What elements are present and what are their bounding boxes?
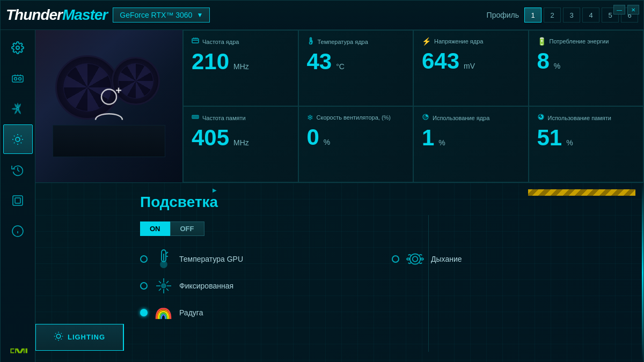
svg-line-45 — [55, 333, 56, 334]
lighting-content: ▶ Подсветка ON OFF — [124, 183, 643, 362]
stat-title-core-temp: Температура ядра — [307, 37, 405, 46]
minimize-button[interactable]: — — [613, 5, 625, 14]
main-content: Частота ядра 210 MHz — [35, 30, 643, 362]
svg-line-64 — [159, 289, 161, 291]
sidebar-item-history[interactable] — [3, 155, 33, 184]
profile-btn-2[interactable]: 2 — [544, 8, 561, 23]
svg-point-2 — [14, 77, 17, 80]
stat-card-power-usage: 🔋 Потребление энергии 8 % — [529, 30, 644, 106]
svg-line-13 — [14, 135, 14, 136]
svg-point-0 — [16, 46, 19, 49]
stat-card-mem-clock: Частота памяти 405 MHz — [183, 106, 298, 182]
profile-btn-3[interactable]: 3 — [563, 8, 580, 23]
svg-line-16 — [21, 135, 21, 136]
nvidia-logo — [9, 345, 27, 357]
stat-value-core-voltage: 643 mV — [422, 50, 520, 72]
stat-value-power-usage: 8 % — [537, 50, 635, 72]
sidebar-item-settings[interactable] — [3, 33, 33, 62]
svg-rect-18 — [15, 198, 20, 203]
svg-line-15 — [14, 142, 14, 143]
corner-marker: ▶ — [213, 187, 217, 193]
toggle-bar: ON OFF — [140, 221, 627, 236]
lighting-tab[interactable]: LIGHTING — [35, 324, 124, 351]
radio-rainbow[interactable] — [140, 309, 148, 316]
gpu-name-label: GeForce RTX™ 3060 — [120, 11, 192, 19]
profile-btn-4[interactable]: 4 — [582, 8, 599, 23]
lighting-title: Подсветка — [140, 194, 627, 211]
rainbow-label: Радуга — [179, 308, 203, 317]
svg-rect-25 — [192, 39, 199, 43]
profile-btn-1[interactable]: 1 — [524, 8, 541, 23]
gpu-selector[interactable]: GeForce RTX™ 3060 ▼ — [113, 8, 210, 23]
lighting-option-rainbow[interactable]: Радуга — [140, 303, 376, 322]
fan-speed-icon: ❄ — [307, 113, 313, 122]
core-voltage-icon: ⚡ — [422, 37, 431, 46]
sidebar-item-fan[interactable] — [3, 94, 33, 123]
title-bar: ThunderMaster GeForce RTX™ 3060 ▼ Профил… — [1, 1, 643, 30]
radio-fixed[interactable] — [140, 282, 148, 290]
svg-line-65 — [166, 281, 169, 283]
svg-line-50 — [61, 333, 62, 334]
lighting-option-breathing[interactable]: Дыхание — [392, 249, 627, 268]
svg-line-62 — [159, 281, 161, 283]
svg-line-63 — [166, 289, 169, 291]
stat-title-power-usage: 🔋 Потребление энергии — [537, 37, 635, 46]
top-section: Частота ядра 210 MHz — [35, 30, 643, 183]
stat-value-core-usage: 1 % — [422, 127, 520, 149]
core-temp-icon — [307, 37, 314, 46]
app-logo: ThunderMaster — [6, 6, 107, 24]
lighting-option-fixed[interactable]: Фиксированная — [140, 276, 376, 295]
content-area: Частота ядра 210 MHz — [1, 30, 643, 362]
svg-point-8 — [16, 137, 20, 142]
svg-point-31 — [309, 42, 312, 45]
core-usage-icon — [422, 113, 429, 122]
svg-point-42 — [56, 334, 61, 338]
toggle-off-button[interactable]: OFF — [170, 221, 204, 236]
mem-usage-icon — [537, 113, 545, 122]
gpu-dropdown-arrow: ▼ — [196, 11, 203, 19]
stats-grid: Частота ядра 210 MHz — [183, 30, 643, 182]
lighting-icon — [10, 132, 25, 147]
breathing-icon — [406, 249, 425, 268]
stat-value-fan-speed: 0 % — [307, 126, 405, 149]
stat-card-core-temp: Температура ядра 43 °C — [298, 30, 414, 106]
sidebar — [1, 30, 35, 362]
svg-point-52 — [160, 261, 167, 268]
add-profile-icon[interactable] — [93, 85, 125, 128]
stat-card-mem-usage: Использование памяти 51 % — [529, 106, 644, 182]
gpu-preview — [35, 30, 183, 182]
mem-clock-icon — [192, 113, 199, 122]
profile-label: Профиль — [487, 11, 519, 19]
fan-icon — [10, 101, 25, 116]
stat-title-core-clock: Частота ядра — [192, 37, 290, 46]
svg-point-22 — [101, 90, 116, 105]
stat-title-core-usage: Использование ядра — [422, 113, 520, 122]
toggle-on-button[interactable]: ON — [140, 221, 170, 236]
lighting-tab-label: LIGHTING — [68, 333, 105, 341]
stat-card-core-voltage: ⚡ Напряжение ядра 643 mV — [413, 30, 529, 106]
radio-gpu-temp[interactable] — [140, 255, 148, 263]
svg-point-3 — [19, 77, 21, 80]
sidebar-item-info[interactable] — [3, 216, 33, 246]
svg-line-46 — [61, 338, 62, 339]
gpu-preview-bg — [35, 30, 182, 182]
breathing-label: Дыхание — [431, 255, 462, 263]
stat-value-mem-usage: 51 % — [537, 127, 635, 149]
svg-rect-17 — [13, 196, 23, 205]
stat-title-core-voltage: ⚡ Напряжение ядра — [422, 37, 520, 46]
svg-point-56 — [410, 254, 420, 264]
info-icon — [10, 224, 25, 239]
stat-card-fan-speed: ❄ Скорость вентилятора, (%) 0 % — [298, 106, 414, 182]
gpu-icon — [10, 71, 25, 86]
stat-card-core-clock: Частота ядра 210 MHz — [183, 30, 298, 106]
svg-point-66 — [162, 284, 166, 288]
close-button[interactable]: ✕ — [627, 5, 639, 14]
stat-title-fan-speed: ❄ Скорость вентилятора, (%) — [307, 113, 405, 122]
sidebar-item-3d[interactable] — [3, 186, 33, 215]
sidebar-item-gpu[interactable] — [3, 63, 33, 93]
radio-breathing[interactable] — [392, 255, 399, 263]
vertical-divider — [428, 215, 429, 352]
sidebar-item-lighting[interactable] — [3, 124, 33, 154]
core-clock-icon — [192, 37, 199, 46]
lighting-option-gpu-temp[interactable]: Температура GPU — [140, 249, 376, 268]
